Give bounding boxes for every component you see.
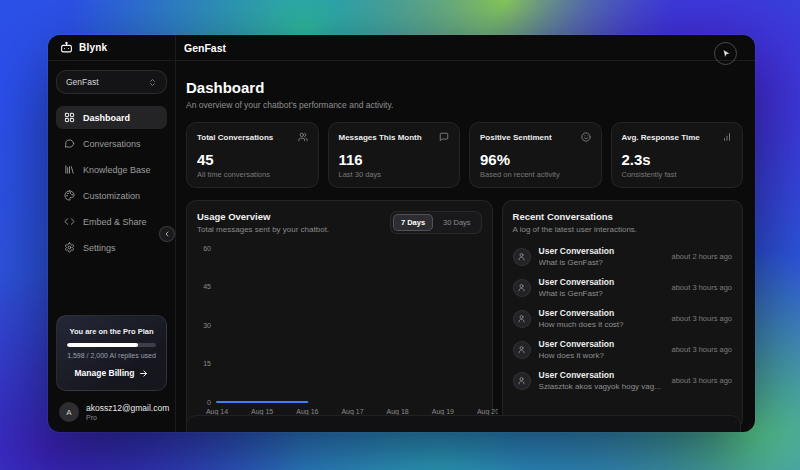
manage-billing-button[interactable]: Manage Billing — [75, 368, 149, 378]
range-button-7-days[interactable]: 7 Days — [393, 214, 433, 231]
conversation-title: User Conversation — [539, 308, 664, 318]
sidebar-collapse-button[interactable] — [159, 226, 175, 242]
sidebar-item-dashboard[interactable]: Dashboard — [56, 106, 167, 129]
stat-subtitle: Last 30 days — [339, 170, 450, 179]
sidebar-item-label: Customization — [83, 191, 140, 201]
stat-value: 96% — [480, 151, 591, 168]
person-icon — [517, 314, 526, 323]
conversation-message: Sziasztok akos vagyok hogy vag... — [539, 382, 664, 391]
stat-card-positive-sentiment: Positive Sentiment96%Based on recent act… — [469, 122, 602, 188]
plan-card: You are on the Pro Plan 1,598 / 2,000 AI… — [56, 315, 167, 391]
chevrons-up-down-icon — [148, 78, 157, 87]
plan-progress-fill — [67, 343, 138, 347]
range-toggle: 7 Days30 Days — [390, 211, 482, 234]
chat-bubble-icon — [64, 138, 75, 149]
app-window: Blynk GenFast DashboardConversationsKnow… — [48, 35, 755, 432]
stat-subtitle: All time conversations — [197, 170, 308, 179]
arrow-right-icon — [139, 369, 148, 378]
usage-overview-card: Usage Overview Total messages sent by yo… — [186, 200, 493, 429]
sidebar-item-knowledge-base[interactable]: Knowledge Base — [56, 158, 167, 181]
avatar: A — [59, 402, 79, 422]
usage-chart-svg: 015304560Aug 14Aug 15Aug 16Aug 17Aug 18A… — [193, 238, 498, 418]
bot-logo-icon — [60, 41, 73, 54]
y-axis-tick-label: 30 — [203, 322, 211, 329]
recent-title: Recent Conversations — [513, 211, 638, 222]
stat-label: Avg. Response Time — [622, 133, 700, 142]
user-plan-badge: Pro — [86, 414, 169, 421]
page-title: Dashboard — [186, 79, 743, 96]
usage-title: Usage Overview — [197, 211, 329, 222]
stat-label: Positive Sentiment — [480, 133, 552, 142]
plan-progress-bar — [67, 343, 156, 347]
conversation-timestamp: about 3 hours ago — [672, 314, 732, 323]
recent-conversation-row[interactable]: User ConversationWhat is GenFast?about 3… — [513, 277, 732, 298]
conversation-timestamp: about 3 hours ago — [672, 345, 732, 354]
conversation-message: What is GenFast? — [539, 258, 664, 267]
topbar: GenFast — [176, 35, 755, 61]
user-account-row[interactable]: A akossz12@gmail.com Pro — [56, 402, 167, 422]
y-axis-tick-label: 15 — [203, 360, 211, 367]
project-select[interactable]: GenFast — [56, 70, 167, 94]
stat-label: Total Conversations — [197, 133, 273, 142]
sidebar-item-embed-share[interactable]: Embed & Share — [56, 210, 167, 233]
y-axis-tick-label: 60 — [203, 245, 211, 252]
conversation-timestamp: about 3 hours ago — [672, 376, 732, 385]
recent-conversation-row[interactable]: User ConversationSziasztok akos vagyok h… — [513, 370, 732, 391]
conversation-title: User Conversation — [539, 277, 664, 287]
recent-conversation-row[interactable]: User ConversationHow much does it cost?a… — [513, 308, 732, 329]
palette-icon — [64, 190, 75, 201]
bar-chart-icon — [722, 132, 732, 142]
brand-logo: Blynk — [48, 35, 175, 61]
conversation-title: User Conversation — [539, 370, 664, 380]
partial-card-clipped — [186, 415, 741, 432]
usage-line-chart: 015304560Aug 14Aug 15Aug 16Aug 17Aug 18A… — [187, 234, 492, 428]
y-axis-tick-label: 45 — [203, 283, 211, 290]
recent-conversations-card: Recent Conversations A log of the latest… — [502, 200, 743, 429]
chevron-left-icon — [163, 230, 171, 238]
sidebar-item-settings[interactable]: Settings — [56, 236, 167, 259]
topbar-project-title: GenFast — [184, 42, 226, 54]
sidebar: Blynk GenFast DashboardConversationsKnow… — [48, 35, 176, 432]
manage-billing-label: Manage Billing — [75, 368, 135, 378]
plan-title: You are on the Pro Plan — [66, 327, 157, 336]
user-email: akossz12@gmail.com — [86, 403, 169, 413]
code-icon — [64, 216, 75, 227]
conversation-avatar — [513, 372, 531, 390]
mouse-pointer-icon — [721, 49, 731, 59]
sidebar-item-label: Conversations — [83, 139, 141, 149]
dashboard-content: Dashboard An overview of your chatbot's … — [176, 61, 755, 432]
recent-conversation-row[interactable]: User ConversationHow does it work?about … — [513, 339, 732, 360]
recent-conversation-row[interactable]: User ConversationWhat is GenFast?about 2… — [513, 246, 732, 267]
smile-icon — [581, 132, 591, 142]
users-icon — [298, 132, 308, 142]
person-icon — [517, 252, 526, 261]
stat-label: Messages This Month — [339, 133, 422, 142]
conversation-message: How much does it cost? — [539, 320, 664, 329]
sidebar-item-label: Dashboard — [83, 113, 130, 123]
panels-row: Usage Overview Total messages sent by yo… — [186, 200, 743, 406]
dashboard-grid-icon — [64, 112, 75, 123]
message-square-icon — [439, 132, 449, 142]
stat-card-total-conversations: Total Conversations45All time conversati… — [186, 122, 319, 188]
sidebar-item-label: Embed & Share — [83, 217, 147, 227]
main-area: GenFast Dashboard An overview of your ch… — [176, 35, 755, 432]
project-select-value: GenFast — [66, 77, 99, 87]
stat-card-messages-this-month: Messages This Month116Last 30 days — [328, 122, 461, 188]
conversation-title: User Conversation — [539, 339, 664, 349]
usage-subtitle: Total messages sent by your chatbot. — [197, 225, 329, 234]
conversation-avatar — [513, 310, 531, 328]
brand-name: Blynk — [79, 42, 107, 53]
conversation-timestamp: about 3 hours ago — [672, 283, 732, 292]
recent-subtitle: A log of the latest user interactions. — [513, 225, 638, 234]
cursor-pointer-indicator — [714, 42, 737, 65]
sidebar-item-customization[interactable]: Customization — [56, 184, 167, 207]
person-icon — [517, 283, 526, 292]
sidebar-item-label: Knowledge Base — [83, 165, 151, 175]
sidebar-nav: DashboardConversationsKnowledge BaseCust… — [56, 106, 167, 259]
sidebar-item-label: Settings — [83, 243, 116, 253]
range-button-30-days[interactable]: 30 Days — [435, 214, 479, 231]
sidebar-item-conversations[interactable]: Conversations — [56, 132, 167, 155]
conversation-message: How does it work? — [539, 351, 664, 360]
page-subtitle: An overview of your chatbot's performanc… — [186, 100, 743, 110]
stat-card-avg-response-time: Avg. Response Time2.3sConsistently fast — [611, 122, 744, 188]
